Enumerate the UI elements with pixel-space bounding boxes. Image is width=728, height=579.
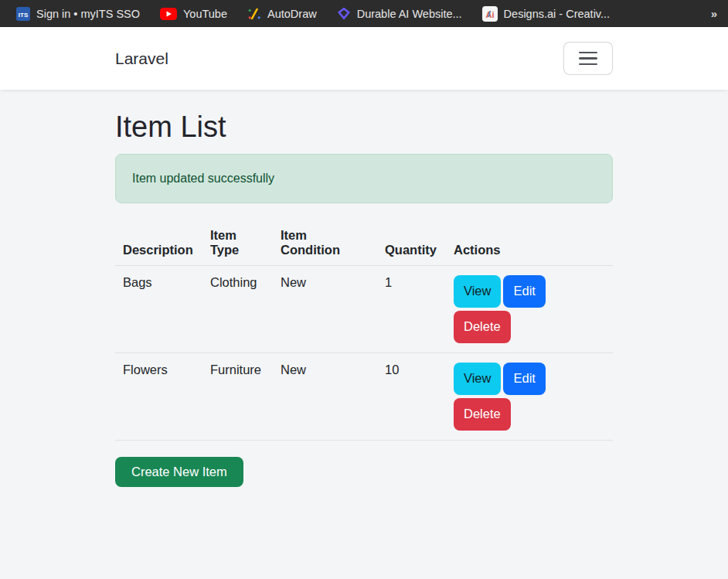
items-table: Description Item Type Item Condition Qua… bbox=[115, 222, 613, 441]
edit-button[interactable]: Edit bbox=[503, 363, 545, 395]
alert-message: Item updated successfully bbox=[132, 172, 274, 185]
durable-icon bbox=[337, 7, 351, 20]
bookmarks-overflow-chevron-icon[interactable]: » bbox=[700, 7, 728, 20]
navbar: Laravel bbox=[0, 27, 728, 90]
cell-item-type: Clothing bbox=[202, 266, 273, 353]
bookmark-label: Designs.ai - Creativ... bbox=[504, 8, 611, 20]
bookmark-label: Durable AI Website... bbox=[357, 8, 462, 20]
main-content: Item List Item updated successfully Desc… bbox=[115, 90, 613, 487]
success-alert: Item updated successfully bbox=[115, 154, 613, 203]
brand-link[interactable]: Laravel bbox=[115, 49, 168, 68]
header-quantity: Quantity bbox=[377, 222, 446, 266]
cell-quantity: 10 bbox=[377, 353, 446, 440]
hamburger-icon bbox=[579, 52, 597, 66]
designsai-icon: Ai bbox=[482, 6, 498, 22]
bookmark-autodraw[interactable]: AutoDraw bbox=[237, 0, 327, 27]
bookmark-durable[interactable]: Durable AI Website... bbox=[327, 0, 472, 27]
cell-actions: View Edit Delete bbox=[446, 353, 613, 440]
cell-item-condition: New bbox=[273, 353, 377, 440]
cell-item-condition: New bbox=[273, 266, 377, 353]
table-row: Flowers Furniture New 10 View Edit Delet… bbox=[115, 353, 613, 440]
edit-button[interactable]: Edit bbox=[503, 275, 545, 308]
bookmark-label: AutoDraw bbox=[267, 8, 317, 20]
delete-button[interactable]: Delete bbox=[454, 398, 511, 431]
bookmark-myits-sso[interactable]: ITS Sign in • myITS SSO bbox=[6, 0, 150, 27]
its-icon: ITS bbox=[16, 7, 30, 21]
table-row: Bags Clothing New 1 View Edit Delete bbox=[115, 266, 613, 353]
page-title: Item List bbox=[115, 111, 613, 144]
bookmark-label: YouTube bbox=[183, 8, 227, 20]
autodraw-icon bbox=[247, 7, 261, 21]
navbar-toggler-button[interactable] bbox=[563, 42, 613, 75]
cell-description: Flowers bbox=[115, 353, 202, 440]
delete-button[interactable]: Delete bbox=[454, 311, 511, 343]
view-button[interactable]: View bbox=[454, 363, 501, 395]
youtube-icon bbox=[160, 8, 177, 20]
cell-actions: View Edit Delete bbox=[446, 266, 613, 353]
create-new-item-button[interactable]: Create New Item bbox=[115, 457, 243, 487]
bookmarks-bar: ITS Sign in • myITS SSO YouTube AutoDraw bbox=[0, 0, 728, 27]
header-item-type: Item Type bbox=[202, 222, 273, 266]
bookmark-youtube[interactable]: YouTube bbox=[150, 0, 237, 27]
bookmark-designsai[interactable]: Ai Designs.ai - Creativ... bbox=[472, 0, 621, 27]
cell-item-type: Furniture bbox=[202, 353, 273, 440]
svg-text:ITS: ITS bbox=[19, 11, 29, 18]
header-actions: Actions bbox=[446, 222, 613, 266]
view-button[interactable]: View bbox=[454, 275, 501, 308]
table-header-row: Description Item Type Item Condition Qua… bbox=[115, 222, 613, 266]
cell-quantity: 1 bbox=[377, 266, 446, 353]
bookmark-label: Sign in • myITS SSO bbox=[36, 8, 140, 20]
cell-description: Bags bbox=[115, 266, 202, 353]
header-item-condition: Item Condition bbox=[273, 222, 377, 266]
header-description: Description bbox=[115, 222, 202, 266]
